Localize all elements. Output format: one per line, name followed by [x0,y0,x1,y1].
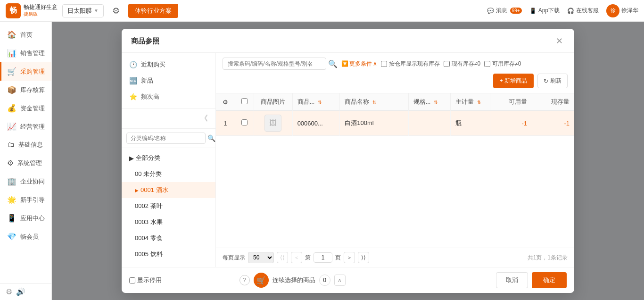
col-header-spec[interactable]: 规格... ⇅ [408,93,450,111]
table-row[interactable]: 1 🖼 000600... 白酒100ml [216,111,574,136]
col-header-unit[interactable]: 主计量 ⇅ [451,93,490,111]
sidebar-item-basic-info-label: 基础信息 [18,141,43,149]
col-header-name[interactable]: 商品名称 ⇅ [340,93,408,111]
show-disabled-checkbox[interactable] [129,277,135,283]
checkbox-warehouse-stock-input[interactable] [381,61,387,67]
cancel-button[interactable]: 取消 [496,272,528,288]
collapse-button[interactable]: 《 [197,111,212,126]
sidebar-item-guide-label: 新手引导 [20,196,45,204]
sidebar-item-guide[interactable]: 🌟 新手引导 [0,191,51,209]
logo-icon: 畅 [6,3,21,18]
sidebar-item-member-label: 畅会员 [20,233,39,241]
select-all-checkbox[interactable] [241,98,248,104]
category-0002[interactable]: 0002 茶叶 [122,198,215,214]
user-profile-nav-item[interactable]: 徐 徐泽华 [606,4,638,17]
category-all[interactable]: ▶ 全部分类 [122,150,215,166]
app-download-nav-item[interactable]: 📱 App下载 [529,7,560,15]
product-search-input[interactable] [223,58,326,70]
settings-col-icon[interactable]: ⚙ [223,99,228,106]
sidebar-item-system-label: 系统管理 [17,159,42,167]
sidebar-item-sales-label: 销售管理 [20,49,45,58]
modal-overlay: 商品参照 ✕ 🕐 近期购买 🆕 [52,22,644,300]
row-checkbox-cell[interactable] [235,111,254,136]
page-suffix: 页 [335,254,341,262]
checkbox-warehouse-stock[interactable]: 按仓库显示现有库存 [381,60,440,68]
category-0003[interactable]: 0003 水果 [122,214,215,230]
row-name-cell: 白酒100ml [340,111,408,136]
tab-new-products[interactable]: 🆕 新品 [122,73,215,89]
enterprise-icon: 🏢 [7,177,17,186]
message-icon: 💬 [487,8,494,14]
tab-recent-purchase-label: 近期购买 [141,60,165,69]
category-0004[interactable]: 0004 零食 [122,230,215,246]
sidebar-item-inventory[interactable]: 📦 库存核算 [0,81,51,99]
category-0001[interactable]: ▶ 0001 酒水 [122,182,215,198]
sidebar-item-system[interactable]: ⚙ 系统管理 [0,154,51,172]
system-icon: ⚙ [7,158,14,167]
category-search-input[interactable] [126,133,206,144]
col-header-code[interactable]: 商品... ⇅ [292,93,340,111]
sidebar-item-home[interactable]: 🏠 首页 [0,25,51,44]
sort-spec-icon: ⇅ [434,100,438,105]
cart-count: 0 [319,275,330,286]
sidebar-item-operations[interactable]: 📈 经营管理 [0,117,51,136]
purchase-icon: 🛒 [7,67,17,76]
category-search-icon[interactable]: 🔍 [207,134,215,142]
tab-high-frequency[interactable]: ⭐ 频次高 [122,89,215,105]
sidebar-item-purchase[interactable]: 🛒 采购管理 [0,62,51,81]
customer-service-nav-item[interactable]: 🎧 在线客服 [567,7,599,15]
settings-icon[interactable]: ⚙ [108,3,124,18]
page-number-input[interactable] [314,252,332,263]
filter-button[interactable]: 🔽 更多条件 ∧ [341,60,377,68]
collapse-footer-button[interactable]: ∧ [334,275,346,286]
page-size-select[interactable]: 50 10 20 100 [248,252,274,263]
basic-info-icon: 🗂 [7,141,15,149]
app-center-icon: 📱 [7,214,17,223]
cart-icon-button[interactable]: 🛒 [254,273,269,288]
next-page-button[interactable]: ＞ [344,252,355,263]
logo-text: 畅捷通好生意 [24,4,58,11]
row-available-cell: -1 [490,111,532,136]
inventory-icon: 📦 [7,85,17,94]
finance-icon: 💰 [7,104,17,113]
checkbox-available-stock-input[interactable] [484,61,490,67]
sidebar-item-sales[interactable]: 📊 销售管理 [0,44,51,62]
tab-recent-purchase[interactable]: 🕐 近期购买 [122,57,215,73]
modal-toolbar: 🔍 🔽 更多条件 ∧ 按仓库显示现有库存 [216,53,574,93]
phone-icon: 📱 [529,8,537,14]
checkbox-current-stock-input[interactable] [444,61,450,67]
sales-icon: 📊 [7,49,17,58]
sidebar-item-finance[interactable]: 💰 资金管理 [0,99,51,117]
checkbox-available-stock[interactable]: 可用库存≠0 [484,60,521,68]
help-icon[interactable]: ? [239,275,250,285]
modal-close-button[interactable]: ✕ [553,35,565,47]
first-page-button[interactable]: ⟨⟨ [277,252,288,263]
product-search-button[interactable]: 🔍 [328,59,338,68]
modal-body: 🕐 近期购买 🆕 新品 ⭐ 频次高 [122,53,574,267]
row-checkbox[interactable] [241,119,248,125]
sidebar-item-finance-label: 资金管理 [20,104,45,113]
settings-bottom-icon[interactable]: ⚙ [6,287,12,296]
store-selector[interactable]: 日太阳膜 ▼ [62,4,104,17]
modal-title: 商品参照 [131,37,159,46]
total-info: 共1页，1条记录 [528,254,568,262]
sort-code-icon: ⇅ [318,100,322,105]
sidebar-item-basic-info[interactable]: 🗂 基础信息 [0,136,51,154]
sidebar-item-member[interactable]: 💎 畅会员 [0,227,51,246]
prev-page-button[interactable]: ＜ [291,252,302,263]
add-product-button[interactable]: + 新增商品 [493,74,534,88]
sidebar-item-enterprise[interactable]: 🏢 企业协同 [0,172,51,191]
sidebar-item-app-center[interactable]: 📱 应用中心 [0,209,51,227]
recent-purchase-icon: 🕐 [129,61,137,68]
cta-button[interactable]: 体验行业方案 [128,4,178,18]
refresh-button[interactable]: ↻ 刷新 [537,74,568,88]
category-0008[interactable]: 0008 水 [122,262,215,267]
category-0005[interactable]: 0005 饮料 [122,246,215,262]
category-00[interactable]: 00 未分类 [122,166,215,182]
checkbox-current-stock[interactable]: 现有库存≠0 [444,60,480,68]
show-disabled-checkbox-label[interactable]: 显示停用 [129,276,162,284]
confirm-button[interactable]: 确定 [532,272,567,288]
volume-icon[interactable]: 🔊 [16,287,25,296]
last-page-button[interactable]: ⟩⟩ [358,252,369,263]
message-nav-item[interactable]: 💬 消息 99+ [487,7,522,15]
